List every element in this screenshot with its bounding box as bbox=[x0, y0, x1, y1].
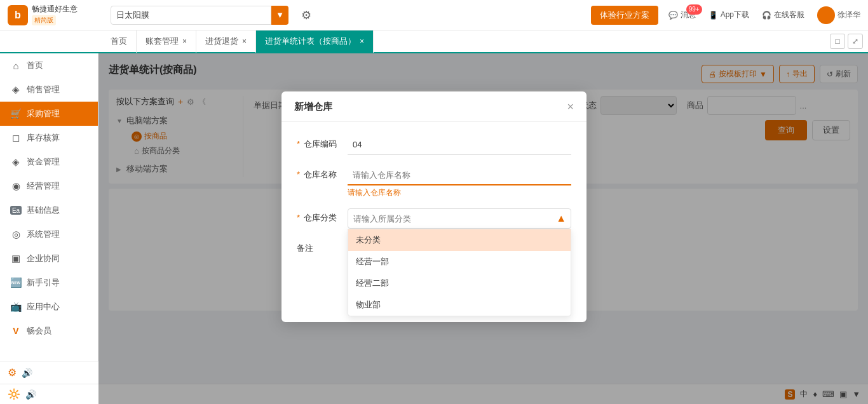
notes-label: 备注 bbox=[297, 239, 348, 254]
modal-overlay[interactable]: 新增仓库 × * 仓库编码 bbox=[98, 53, 868, 404]
topbar-search-dropdown-btn[interactable]: ▼ bbox=[271, 6, 288, 25]
app-logo-icon: b bbox=[8, 5, 28, 25]
name-control: 请输入仓库名称 bbox=[348, 165, 571, 198]
appcenter-icon: 📺 bbox=[10, 301, 22, 313]
message-badge: 99+ bbox=[686, 4, 702, 15]
name-error-msg: 请输入仓库名称 bbox=[348, 187, 571, 198]
dropdown-item-property[interactable]: 物业部 bbox=[348, 294, 571, 316]
code-label: * 仓库编码 bbox=[297, 135, 348, 150]
speaker-icon[interactable]: 🔊 bbox=[22, 368, 32, 378]
enterprise-icon: ▣ bbox=[10, 253, 22, 264]
add-warehouse-modal: 新增仓库 × * 仓库编码 bbox=[281, 91, 587, 322]
category-select-input[interactable] bbox=[348, 208, 571, 229]
sidebar-item-sales[interactable]: ◈ 销售管理 bbox=[0, 77, 98, 102]
message-icon: 💬 bbox=[668, 11, 678, 20]
topbar: b 畅捷通好生意 精简版 ▼ ⚙ 体验行业方案 💬 消息 99+ 📱 App下载… bbox=[0, 0, 868, 30]
app-name: 畅捷通好生意 bbox=[32, 4, 78, 15]
sidebar-item-basic[interactable]: Ea 基础信息 bbox=[0, 198, 98, 222]
sidebar-item-operation[interactable]: ◉ 经营管理 bbox=[0, 174, 98, 198]
form-row-name: * 仓库名称 请输入仓库名称 bbox=[297, 165, 571, 198]
sound-icon[interactable]: 🔊 bbox=[25, 389, 36, 400]
sidebar-item-inventory[interactable]: ◻ 库存核算 bbox=[0, 126, 98, 150]
content-area: 进货单统计(按商品) 🖨 按模板打印 ▼ ↑ 导出 ↺ 刷新 bbox=[98, 53, 868, 404]
topbar-right: 💬 消息 99+ 📱 App下载 🎧 在线客服 徐泽华 bbox=[668, 6, 860, 24]
mobile-icon: 📱 bbox=[709, 11, 718, 20]
name-label: * 仓库名称 bbox=[297, 165, 348, 180]
logo-text-area: 畅捷通好生意 精简版 bbox=[32, 4, 78, 26]
modal-title: 新增仓库 bbox=[294, 101, 332, 113]
sidebar-item-purchase[interactable]: 🛒 采购管理 bbox=[0, 102, 98, 126]
brightness-icon[interactable]: 🔆 bbox=[8, 388, 20, 400]
tab-close-return[interactable]: × bbox=[242, 37, 247, 46]
user-avatar bbox=[817, 6, 835, 24]
category-select-wrapper: ▲ bbox=[348, 208, 571, 229]
logo-area: b 畅捷通好生意 精简版 bbox=[8, 4, 103, 26]
sidebar-item-appcenter[interactable]: 📺 应用中心 bbox=[0, 295, 98, 319]
messages-btn[interactable]: 💬 消息 99+ bbox=[668, 10, 696, 20]
tab-restore-btn[interactable]: □ bbox=[830, 34, 845, 49]
purchase-icon: 🛒 bbox=[10, 108, 22, 119]
dropdown-item-operation2[interactable]: 经营二部 bbox=[348, 273, 571, 294]
topbar-search-input[interactable] bbox=[111, 6, 271, 25]
sidebar-item-system[interactable]: ◎ 系统管理 bbox=[0, 222, 98, 246]
code-control bbox=[348, 135, 571, 155]
app-download-btn[interactable]: 📱 App下载 bbox=[709, 10, 749, 20]
sales-icon: ◈ bbox=[10, 84, 22, 95]
app-badge: 精简版 bbox=[32, 15, 56, 25]
dropdown-item-uncategorized[interactable]: 未分类 bbox=[348, 229, 571, 251]
tab-close-account[interactable]: × bbox=[182, 37, 187, 46]
category-dropdown-list: 未分类 经营一部 经营二部 物业部 bbox=[348, 229, 571, 316]
home-icon: ⌂ bbox=[10, 60, 22, 71]
main-layout: ⌂ 首页 ◈ 销售管理 🛒 采购管理 ◻ 库存核算 ◈ 资金管理 ◉ 经营管理 … bbox=[0, 53, 868, 404]
sidebar-item-home[interactable]: ⌂ 首页 bbox=[0, 53, 98, 77]
modal-body: * 仓库编码 * 仓库名称 bbox=[281, 122, 587, 284]
sidebar-item-vip[interactable]: V 畅会员 bbox=[0, 319, 98, 343]
settings-icon-bottom[interactable]: ⚙ bbox=[8, 367, 17, 379]
vip-icon: V bbox=[10, 325, 22, 337]
topbar-search-area: ▼ bbox=[111, 6, 288, 25]
tab-window-controls: □ ⤢ bbox=[830, 34, 868, 49]
tab-account[interactable]: 账套管理 × bbox=[137, 30, 196, 53]
modal-header: 新增仓库 × bbox=[281, 91, 587, 122]
user-area[interactable]: 徐泽华 bbox=[817, 6, 860, 24]
experience-btn[interactable]: 体验行业方案 bbox=[591, 6, 658, 25]
tab-expand-btn[interactable]: ⤢ bbox=[848, 34, 863, 49]
topbar-center-space: ⚙ bbox=[296, 8, 591, 22]
warehouse-code-input[interactable] bbox=[348, 135, 571, 155]
operation-icon: ◉ bbox=[10, 180, 22, 192]
category-control: ▲ 未分类 经营一部 经营二部 物业部 bbox=[348, 208, 571, 229]
system-icon: ◎ bbox=[10, 229, 22, 240]
guide-icon: 🆕 bbox=[10, 277, 22, 288]
tab-purchase-return[interactable]: 进货退货 × bbox=[196, 30, 256, 53]
finance-icon: ◈ bbox=[10, 156, 22, 168]
sidebar: ⌂ 首页 ◈ 销售管理 🛒 采购管理 ◻ 库存核算 ◈ 资金管理 ◉ 经营管理 … bbox=[0, 53, 98, 404]
gear-icon[interactable]: ⚙ bbox=[301, 9, 311, 22]
tab-purchase-stats[interactable]: 进货单统计表（按商品） × bbox=[256, 30, 374, 53]
tabbar: 首页 账套管理 × 进货退货 × 进货单统计表（按商品） × □ ⤢ bbox=[0, 30, 868, 53]
sidebar-item-finance[interactable]: ◈ 资金管理 bbox=[0, 150, 98, 174]
online-service-btn[interactable]: 🎧 在线客服 bbox=[762, 10, 804, 20]
dropdown-item-operation1[interactable]: 经营一部 bbox=[348, 251, 571, 273]
form-row-code: * 仓库编码 bbox=[297, 135, 571, 155]
form-row-category: * 仓库分类 ▲ 未分类 经营一部 经营二部 bbox=[297, 208, 571, 229]
basic-icon: Ea bbox=[10, 206, 22, 215]
sidebar-item-enterprise[interactable]: ▣ 企业协同 bbox=[0, 246, 98, 271]
sidebar-item-guide[interactable]: 🆕 新手引导 bbox=[0, 271, 98, 295]
bottom-left: 🔆 🔊 bbox=[8, 388, 36, 400]
sidebar-bottom: ⚙ 🔊 bbox=[0, 361, 98, 384]
warehouse-name-input[interactable] bbox=[348, 165, 571, 185]
category-label: * 仓库分类 bbox=[297, 208, 348, 224]
tab-close-stats[interactable]: × bbox=[360, 37, 364, 46]
headset-icon: 🎧 bbox=[762, 11, 771, 20]
modal-close-btn[interactable]: × bbox=[567, 100, 574, 114]
tab-home[interactable]: 首页 bbox=[102, 30, 137, 53]
inventory-icon: ◻ bbox=[10, 132, 22, 144]
